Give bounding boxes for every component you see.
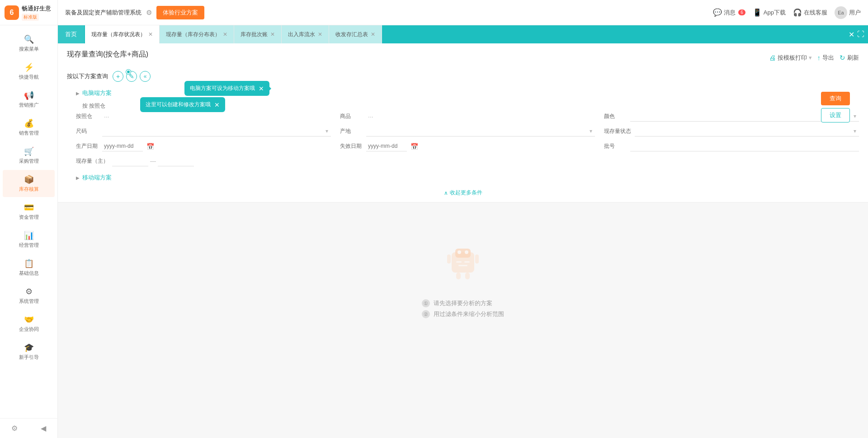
refresh-btn[interactable]: ↻ 刷新 <box>840 54 859 62</box>
sidebar-item-base[interactable]: 📋 基础信息 <box>3 254 55 281</box>
sidebar-item-collab[interactable]: 🤝 企业协同 <box>3 310 55 337</box>
tab-inout-flow[interactable]: 出入库流水 ✕ <box>282 25 329 43</box>
batch-input[interactable] <box>630 141 859 151</box>
produce-date-range: 📅 <box>102 141 331 151</box>
print-label: 按模板打印 <box>778 54 807 62</box>
tooltip2-text: 这里可以创建和修改方案哦 <box>146 101 211 108</box>
tab-batch-account-label: 库存批次账 <box>241 31 268 38</box>
industry-btn[interactable]: 体验行业方案 <box>156 6 204 19</box>
sidebar-item-guide[interactable]: 🎓 新手引导 <box>3 338 55 365</box>
sidebar-item-inventory[interactable]: 📦 库存核算 <box>3 170 55 197</box>
expire-date-start[interactable] <box>366 141 407 151</box>
support-icon: 🎧 <box>793 8 802 17</box>
tab-receive-summary-close[interactable]: ✕ <box>371 31 375 38</box>
settings-icon[interactable]: ⚙ <box>11 424 18 433</box>
sidebar-item-quick[interactable]: ⚡ 快捷导航 <box>3 58 55 85</box>
sidebar-item-operations[interactable]: 📊 经营管理 <box>3 226 55 253</box>
filter-size: 尺码 ▾ <box>76 126 331 137</box>
export-label: 导出 <box>822 54 834 62</box>
tab-inventory-dist-close[interactable]: ✕ <box>223 31 227 38</box>
collapse-label: 收起更多条件 <box>450 189 482 197</box>
svg-rect-9 <box>456 273 461 279</box>
tab-inventory-dist[interactable]: 现存量（库存分布表） ✕ <box>160 25 234 43</box>
tab-batch-account-close[interactable]: ✕ <box>270 31 275 38</box>
app-download-action[interactable]: 📱 App下载 <box>753 8 786 17</box>
sidebar-item-system[interactable]: ⚙ 系统管理 <box>3 282 55 309</box>
reset-btn[interactable]: 设置 <box>821 108 850 122</box>
origin-label: 产地 <box>340 127 363 135</box>
collab-icon: 🤝 <box>24 315 34 325</box>
logo-text-block: 畅通好生意 标准版 <box>22 5 51 21</box>
online-support-action[interactable]: 🎧 在线客服 <box>793 8 827 17</box>
tab-inventory-status-label: 现存量（库存状况表） <box>91 31 146 38</box>
tab-inventory-status-close[interactable]: ✕ <box>148 31 153 38</box>
sidebar-item-marketing[interactable]: 📢 营销推广 <box>3 86 55 113</box>
tab-inout-flow-close[interactable]: ✕ <box>318 31 322 38</box>
tab-home[interactable]: 首页 <box>58 25 84 43</box>
phone-icon: 📱 <box>753 8 762 17</box>
stock-main-range: — <box>112 156 194 166</box>
tabs-close-all-icon[interactable]: ✕ <box>849 30 854 39</box>
page-content: 现存量查询(按仓库+商品) 🖨 按模板打印 ▾ ↑ 导出 ↻ 刷新 <box>58 43 868 438</box>
tabs-fullscreen-icon[interactable]: ⛶ <box>857 30 864 38</box>
filter-row-2: 尺码 ▾ 产地 ▾ <box>67 126 859 137</box>
stock-status-select[interactable]: ▾ <box>635 126 859 137</box>
scheme-desktop-label: 电脑端方案 <box>82 89 112 97</box>
tab-inventory-dist-label: 现存量（库存分布表） <box>166 31 220 38</box>
scheme-mobile-arrow: ▶ <box>76 175 80 180</box>
sidebar-item-guide-label: 新手引导 <box>19 354 39 361</box>
export-btn[interactable]: ↑ 导出 <box>817 54 835 62</box>
svg-rect-7 <box>447 254 451 264</box>
finance-icon: 💳 <box>24 203 34 212</box>
color-label: 颜色 <box>604 113 627 120</box>
stock-main-start[interactable] <box>112 156 148 166</box>
tab-inventory-status[interactable]: 现存量（库存状况表） ✕ <box>85 25 160 43</box>
expire-date-calendar-icon[interactable]: 📅 <box>410 143 418 150</box>
stock-status-label: 现存量状态 <box>604 127 631 135</box>
sidebar-item-purchase[interactable]: 🛒 采购管理 <box>3 142 55 169</box>
scheme-mobile-item[interactable]: ▶ 移动端方案 <box>71 172 859 184</box>
size-select[interactable]: ▾ <box>102 126 331 137</box>
add-scheme-btn[interactable]: + <box>113 71 123 82</box>
color-chevron-icon: ▾ <box>854 113 856 119</box>
print-btn[interactable]: 🖨 按模板打印 ▾ <box>769 54 812 62</box>
collapse-sidebar-icon[interactable]: ◀ <box>41 424 46 433</box>
origin-select[interactable]: ▾ <box>366 126 595 137</box>
filter-origin: 产地 ▾ <box>340 126 595 137</box>
produce-date-start[interactable] <box>102 141 143 151</box>
filter-stock-main: 现存量（主） — <box>76 156 194 166</box>
query-btn[interactable]: 查询 <box>821 92 850 105</box>
edit-scheme-btn[interactable]: ✎ <box>126 71 137 82</box>
user-action[interactable]: Ea 用户 <box>835 6 861 19</box>
stock-main-label: 现存量（主） <box>76 157 108 165</box>
tab-batch-account[interactable]: 库存批次账 ✕ <box>234 25 282 43</box>
filter-stock-status: 现存量状态 ▾ <box>604 126 859 137</box>
collapse-bar[interactable]: ∧ 收起更多条件 <box>67 185 859 198</box>
step1-label: 请先选择要分析的方案 <box>434 299 492 307</box>
sidebar-item-base-label: 基础信息 <box>19 270 39 277</box>
header-gear-icon[interactable]: ⚙ <box>146 9 152 17</box>
tabs-bar: 首页 现存量（库存状况表） ✕ 现存量（库存分布表） ✕ 库存批次账 ✕ 出入库… <box>58 25 868 43</box>
warehouse-dots: ··· <box>104 113 109 120</box>
top-header: 装备及固定资产辅助管理系统 ⚙ 体验行业方案 💬 消息 6 📱 App下载 🎧 … <box>58 0 868 25</box>
tab-receive-summary[interactable]: 收发存汇总表 ✕ <box>329 25 382 43</box>
tooltip1-close[interactable]: ✕ <box>259 85 264 92</box>
message-action[interactable]: 💬 消息 6 <box>713 8 745 17</box>
goods-label: 商品 <box>340 113 363 120</box>
operations-icon: 📊 <box>24 231 34 240</box>
filter-row-3: 生产日期 📅 失效日期 📅 <box>67 141 859 151</box>
search-icon: 🔍 <box>24 34 34 44</box>
svg-rect-8 <box>475 254 479 264</box>
sidebar-item-finance-label: 资金管理 <box>19 214 39 221</box>
filter-warehouse: 按照仓 ··· <box>76 111 331 122</box>
sidebar-item-finance[interactable]: 💳 资金管理 <box>3 198 55 225</box>
sidebar-item-marketing-label: 营销推广 <box>19 102 39 108</box>
back-scheme-btn[interactable]: « <box>140 71 151 82</box>
sidebar-item-search[interactable]: 🔍 搜索菜单 <box>3 30 55 57</box>
empty-step-2: ② 用过滤条件来缩小分析范围 <box>422 309 504 320</box>
produce-date-calendar-icon[interactable]: 📅 <box>146 143 154 150</box>
sidebar-item-sales[interactable]: 💰 销售管理 <box>3 114 55 141</box>
stock-sep: — <box>150 158 156 165</box>
tooltip2-close[interactable]: ✕ <box>214 101 220 108</box>
stock-main-end[interactable] <box>158 156 194 166</box>
